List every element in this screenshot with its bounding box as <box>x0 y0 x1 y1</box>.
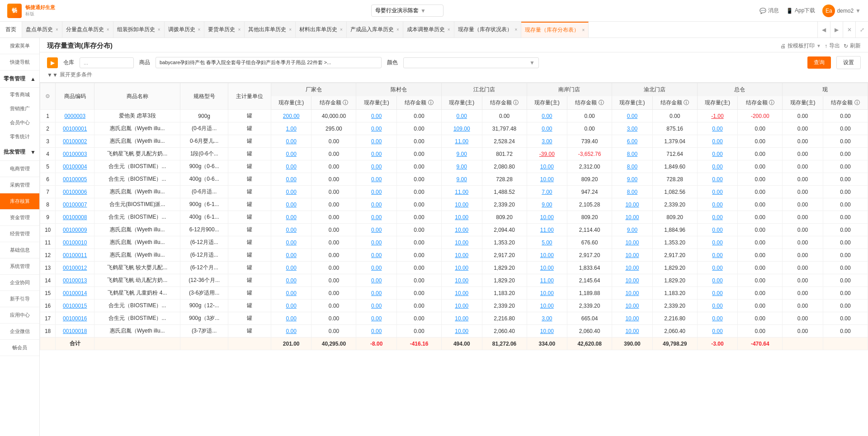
color-input[interactable]: ▼ <box>403 57 539 68</box>
table-cell[interactable]: 0.00 <box>356 262 397 274</box>
table-cell[interactable]: 00100003 <box>56 148 94 160</box>
table-cell[interactable]: 9.00 <box>442 148 482 160</box>
tab-3[interactable]: 组装拆卸单历史 × <box>113 22 165 38</box>
sidebar-item-search[interactable]: 搜索英单 <box>0 38 39 54</box>
table-cell[interactable]: 0.00 <box>271 211 311 224</box>
table-cell[interactable]: 0.00 <box>442 110 482 122</box>
sidebar-item-member2[interactable]: 畅会员 <box>0 340 39 356</box>
tab-10[interactable]: 现存量（库存状况表） × <box>454 22 522 38</box>
table-cell[interactable]: 11.00 <box>442 186 482 198</box>
table-cell[interactable]: 10.00 <box>612 262 653 274</box>
table-cell[interactable]: 0.00 <box>697 249 738 262</box>
table-cell[interactable]: 0.00 <box>697 186 738 198</box>
table-cell[interactable]: 00100006 <box>56 186 94 198</box>
table-cell[interactable]: 0.00 <box>356 300 397 312</box>
table-cell[interactable]: 0.00 <box>271 274 311 287</box>
table-cell[interactable]: 0.00 <box>697 211 738 224</box>
table-cell[interactable]: 8.00 <box>612 186 653 198</box>
table-cell[interactable]: 0.00 <box>697 148 738 160</box>
table-cell[interactable]: 10.00 <box>527 211 567 224</box>
table-cell[interactable]: 11.00 <box>527 224 567 236</box>
table-cell[interactable]: 9.00 <box>442 160 482 173</box>
table-cell[interactable]: 10.00 <box>442 236 482 249</box>
table-cell[interactable]: 10.00 <box>442 211 482 224</box>
sidebar-item-enterprise[interactable]: 企业协同 <box>0 275 39 291</box>
sidebar-item-marketing[interactable]: 营销推广 <box>0 102 39 116</box>
table-cell[interactable]: 0.00 <box>697 160 738 173</box>
tab-close-7[interactable]: × <box>340 27 343 32</box>
filter-toggle-btn[interactable]: ▶ <box>47 57 58 68</box>
table-cell[interactable]: 10.00 <box>527 300 567 312</box>
table-cell[interactable]: 0.00 <box>697 198 738 211</box>
table-cell[interactable]: 0.00 <box>356 122 397 135</box>
table-cell[interactable]: 00100009 <box>56 224 94 236</box>
table-cell[interactable]: 00100011 <box>56 249 94 262</box>
table-cell[interactable]: 3.00 <box>612 122 653 135</box>
table-cell[interactable]: 0.00 <box>271 160 311 173</box>
table-cell[interactable]: 0.00 <box>271 198 311 211</box>
table-cell[interactable]: 0.00 <box>697 236 738 249</box>
table-cell[interactable]: 1.00 <box>271 122 311 135</box>
tab-home[interactable]: 首页 <box>0 22 22 38</box>
table-cell[interactable]: 0.00 <box>271 249 311 262</box>
table-cell[interactable]: 0.00 <box>356 160 397 173</box>
sidebar-item-wholesale-mgmt[interactable]: 批发管理 ▼ <box>0 144 39 161</box>
table-cell[interactable]: 0.00 <box>356 211 397 224</box>
sidebar-item-retail-mgmt[interactable]: 零售管理 ▲ <box>0 70 39 88</box>
table-cell[interactable]: 10.00 <box>527 173 567 186</box>
setting-btn[interactable]: 设置 <box>836 56 861 69</box>
table-cell[interactable]: 10.00 <box>527 160 567 173</box>
table-cell[interactable]: 00100012 <box>56 262 94 274</box>
sidebar-item-nav[interactable]: 快捷导航 <box>0 54 39 70</box>
table-cell[interactable]: 0.00 <box>271 287 311 300</box>
table-container[interactable]: ⚙ 商品编码 商品名称 规格型号 主计量单位 厂家仓 陈村仓 江北门店 南岸门店… <box>40 83 868 436</box>
sidebar-item-guide[interactable]: 新手引导 <box>0 291 39 307</box>
table-cell[interactable]: 00100016 <box>56 312 94 325</box>
table-cell[interactable]: 0.00 <box>356 173 397 186</box>
table-cell[interactable]: 0.00 <box>697 300 738 312</box>
tab-7[interactable]: 材料出库单历史 × <box>296 22 347 38</box>
table-cell[interactable]: 10.00 <box>612 198 653 211</box>
tab-close-11[interactable]: × <box>582 28 585 33</box>
table-cell[interactable]: 0.00 <box>271 186 311 198</box>
table-cell[interactable]: 00100015 <box>56 300 94 312</box>
tab-5[interactable]: 要货单历史 × <box>204 22 245 38</box>
tab-close-2[interactable]: × <box>107 27 109 32</box>
table-cell[interactable]: 10.00 <box>527 249 567 262</box>
table-cell[interactable]: 10.00 <box>612 287 653 300</box>
table-cell[interactable]: 10.00 <box>442 325 482 338</box>
sidebar-item-operations[interactable]: 经营管理 <box>0 226 39 242</box>
table-cell[interactable]: 10.00 <box>612 274 653 287</box>
table-cell[interactable]: 10.00 <box>442 300 482 312</box>
table-cell[interactable]: 00100013 <box>56 274 94 287</box>
sidebar-item-wechat[interactable]: 企业微信 <box>0 323 39 340</box>
table-cell[interactable]: 0.00 <box>697 135 738 148</box>
table-cell[interactable]: 109.00 <box>442 122 482 135</box>
table-cell[interactable]: 11.00 <box>442 135 482 148</box>
table-cell[interactable]: 0.00 <box>697 325 738 338</box>
table-cell[interactable]: 0.00 <box>697 312 738 325</box>
table-cell[interactable]: 0.00 <box>271 236 311 249</box>
sidebar-item-inventory[interactable]: 库存核算 <box>0 193 39 210</box>
tab-prev-btn[interactable]: ◀ <box>817 22 830 38</box>
expand-more-btn[interactable]: ▼▼ 展开更多条件 <box>47 71 861 79</box>
sidebar-item-member[interactable]: 会员中心 <box>0 116 39 130</box>
table-cell[interactable]: 200.00 <box>271 110 311 122</box>
table-cell[interactable]: 10.00 <box>442 249 482 262</box>
table-cell[interactable]: 0.00 <box>271 148 311 160</box>
tab-close-10[interactable]: × <box>515 27 518 32</box>
table-cell[interactable]: 0.00 <box>271 262 311 274</box>
table-cell[interactable]: 0.00 <box>271 312 311 325</box>
table-cell[interactable]: 10.00 <box>442 274 482 287</box>
tab-close-4[interactable]: × <box>198 27 201 32</box>
table-cell[interactable]: 10.00 <box>612 236 653 249</box>
table-cell[interactable]: 00100014 <box>56 287 94 300</box>
tab-11[interactable]: 现存量（库存分布表） × <box>521 22 589 38</box>
table-cell[interactable]: 10.00 <box>612 325 653 338</box>
table-cell[interactable]: 0.00 <box>356 198 397 211</box>
table-cell[interactable]: 0.00 <box>527 122 567 135</box>
table-cell[interactable]: 6.00 <box>612 135 653 148</box>
table-cell[interactable]: 00100002 <box>56 135 94 148</box>
sidebar-item-apps[interactable]: 应用中心 <box>0 307 39 323</box>
tab-close-9[interactable]: × <box>448 27 450 32</box>
